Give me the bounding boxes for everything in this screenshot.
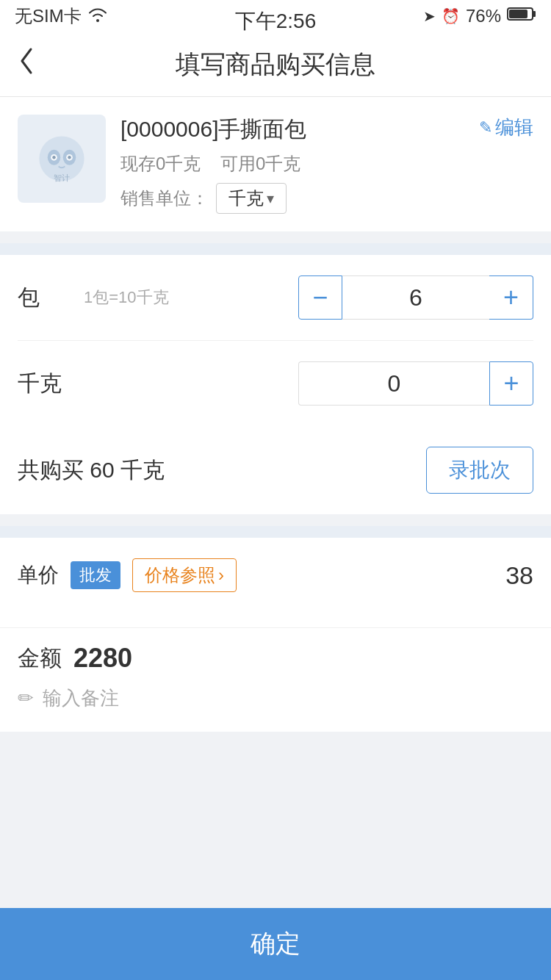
kg-quantity-input[interactable] <box>298 361 489 406</box>
total-section: 共购买 60 千克 录批次 <box>0 426 551 514</box>
package-hint: 1包=10千克 <box>84 287 169 309</box>
product-stock: 现存0千克 可用0千克 <box>120 152 533 176</box>
amount-label: 金额 <box>18 644 62 674</box>
price-row: 单价 批发 价格参照 › 38 <box>18 558 533 592</box>
kg-increment-button[interactable]: + <box>489 361 533 406</box>
wifi-icon <box>87 6 108 26</box>
confirm-button[interactable]: 确定 <box>0 908 551 980</box>
status-left: 无SIM卡 <box>15 4 108 28</box>
svg-point-9 <box>68 156 71 159</box>
svg-point-8 <box>52 156 55 159</box>
battery-icon <box>507 6 536 26</box>
pencil-icon: ✏ <box>18 687 34 710</box>
section-divider-1 <box>0 243 551 255</box>
package-row: 包 1包=10千克 − + <box>18 255 533 341</box>
product-info: [0000006]手撕面包 ✎ 编辑 现存0千克 可用0千克 销售单位： 千克 … <box>120 115 533 214</box>
price-label: 单价 <box>18 561 59 589</box>
alarm-icon: ⏰ <box>442 7 460 25</box>
price-section: 单价 批发 价格参照 › 38 <box>0 538 551 627</box>
page-title: 填写商品购买信息 <box>176 48 375 82</box>
svg-text:智计: 智计 <box>54 173 70 182</box>
amount-section: 金额 2280 ✏ 输入备注 <box>0 627 551 732</box>
location-icon: ➤ <box>423 7 436 25</box>
status-time: 下午2:56 <box>235 7 317 35</box>
dropdown-icon: ▾ <box>267 190 274 207</box>
confirm-label: 确定 <box>251 927 300 961</box>
product-card: 智计 [0000006]手撕面包 ✎ 编辑 现存0千克 可用0千克 销售单位： … <box>0 97 551 231</box>
section-divider-2 <box>0 526 551 538</box>
amount-row: 金额 2280 <box>18 643 533 674</box>
svg-rect-1 <box>533 11 536 17</box>
battery-label: 76% <box>466 6 501 26</box>
price-value: 38 <box>505 561 533 590</box>
back-button[interactable] <box>18 46 35 82</box>
package-quantity-input[interactable] <box>342 275 489 320</box>
kg-row: 千克 + <box>18 341 533 426</box>
status-right: ➤ ⏰ 76% <box>423 6 536 26</box>
unit-select[interactable]: 千克 ▾ <box>216 183 287 214</box>
carrier-label: 无SIM卡 <box>15 4 82 28</box>
kg-controls: + <box>298 361 533 406</box>
nav-bar: 填写商品购买信息 <box>0 32 551 97</box>
remark-row[interactable]: ✏ 输入备注 <box>18 685 533 711</box>
chevron-icon: › <box>218 565 224 586</box>
remark-label: 输入备注 <box>43 685 119 711</box>
svg-rect-2 <box>509 10 527 18</box>
package-controls: − + <box>298 275 533 320</box>
amount-value: 2280 <box>73 643 132 674</box>
package-label: 包 <box>18 283 76 313</box>
product-image: 智计 <box>18 115 106 203</box>
status-bar: 无SIM卡 下午2:56 ➤ ⏰ 76% <box>0 0 551 32</box>
input-section: 包 1包=10千克 − + 千克 + <box>0 255 551 426</box>
product-name: [0000006]手撕面包 <box>120 115 306 145</box>
product-unit-row: 销售单位： 千克 ▾ <box>120 183 533 214</box>
kg-label: 千克 <box>18 369 76 399</box>
price-tag: 批发 <box>71 561 120 589</box>
record-batch-button[interactable]: 录批次 <box>426 447 533 494</box>
price-ref-button[interactable]: 价格参照 › <box>132 558 237 592</box>
package-increment-button[interactable]: + <box>489 275 533 320</box>
total-label: 共购买 60 千克 <box>18 455 165 486</box>
package-decrement-button[interactable]: − <box>298 275 342 320</box>
edit-button[interactable]: ✎ 编辑 <box>479 115 533 140</box>
